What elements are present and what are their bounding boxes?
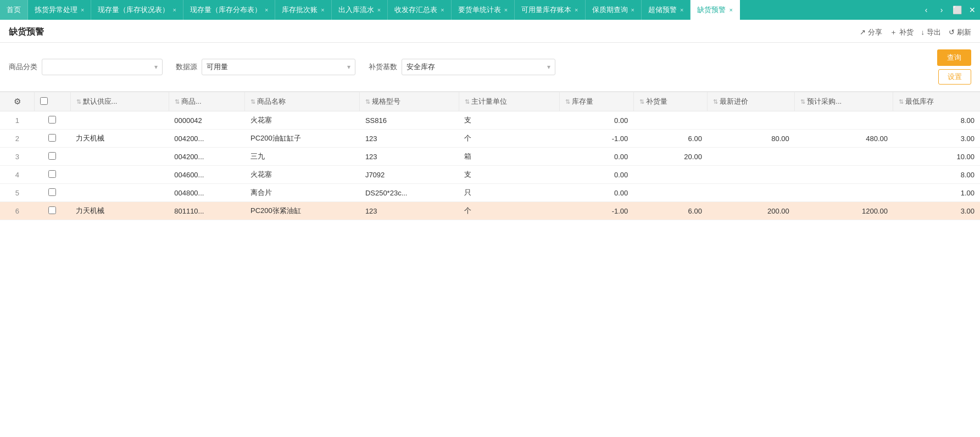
tab-label-10: 超储预警 xyxy=(648,5,677,15)
tab-label-5: 出入库流水 xyxy=(338,5,374,15)
row-checkbox-4[interactable] xyxy=(48,188,56,196)
col-header-unit[interactable]: ⇅主计量单位 xyxy=(459,92,559,111)
window-restore-btn[interactable]: ⬜ xyxy=(949,0,965,20)
product-code-cell-2: 004200... xyxy=(169,148,245,166)
supplier-cell-3 xyxy=(70,166,169,184)
row-checkbox-cell-0[interactable] xyxy=(35,111,70,130)
replenish-cell-4 xyxy=(633,184,708,202)
col-header-stock[interactable]: ⇅库存量 xyxy=(560,92,634,111)
col-header-product_code[interactable]: ⇅商品... xyxy=(169,92,245,111)
tab-close-icon-5[interactable]: × xyxy=(377,7,381,13)
tab-label-11: 缺货预警 xyxy=(697,5,726,15)
tab-close-icon-1[interactable]: × xyxy=(81,7,84,13)
row-checkbox-cell-1[interactable] xyxy=(35,130,70,148)
tab-label-3: 现存量（库存分布表） xyxy=(190,5,261,15)
col-header-gear: ⚙ xyxy=(0,92,35,111)
tab-item-8[interactable]: 可用量库存账本× xyxy=(515,0,585,20)
latest-price-cell-4 xyxy=(708,184,795,202)
tab-item-0[interactable]: 首页 xyxy=(0,0,28,20)
unit-cell-3: 支 xyxy=(459,166,559,184)
row-checkbox-5[interactable] xyxy=(48,206,56,214)
export-button[interactable]: ↓ 导出 xyxy=(921,27,942,37)
row-checkbox-3[interactable] xyxy=(48,170,56,178)
share-button[interactable]: ↗ 分享 xyxy=(860,27,882,37)
datasource-select[interactable]: 可用量 ▾ xyxy=(202,59,355,75)
col-header-latest_price[interactable]: ⇅最新进价 xyxy=(708,92,795,111)
stock-cell-0: 0.00 xyxy=(560,111,634,130)
select-all-checkbox[interactable] xyxy=(40,97,48,105)
tab-item-11[interactable]: 缺货预警× xyxy=(691,0,739,20)
row-checkbox-cell-2[interactable] xyxy=(35,148,70,166)
supplier-cell-1: 力天机械 xyxy=(70,130,169,148)
est-purchase-cell-0 xyxy=(795,111,893,130)
latest-price-cell-5: 200.00 xyxy=(708,202,795,220)
tab-item-5[interactable]: 出入库流水× xyxy=(332,0,388,20)
row-index-2: 3 xyxy=(0,148,35,166)
page-container: 缺货预警 ↗ 分享 ＋ 补货 ↓ 导出 ↺ 刷新 商品分类 xyxy=(0,20,980,437)
min-stock-cell-2: 10.00 xyxy=(893,148,980,166)
replenish-button[interactable]: ＋ 补货 xyxy=(890,27,914,37)
tab-item-2[interactable]: 现存量（库存状况表）× xyxy=(91,0,183,20)
query-button[interactable]: 查询 xyxy=(937,49,971,66)
supplier-cell-2 xyxy=(70,148,169,166)
table-row: 2力天机械004200...PC200油缸缸子123个-1.006.0080.0… xyxy=(0,130,980,148)
replenish-base-label: 补货基数 xyxy=(369,62,397,72)
col-header-min_stock[interactable]: ⇅最低库存 xyxy=(893,92,980,111)
tab-item-3[interactable]: 现存量（库存分布表）× xyxy=(183,0,275,20)
product-name-cell-3: 火花塞 xyxy=(245,166,360,184)
tab-label-1: 拣货异常处理 xyxy=(35,5,77,15)
filter-actions: 查询 设置 xyxy=(937,49,971,85)
table-row: 4004600...火花塞J7092支0.008.00 xyxy=(0,166,980,184)
replenish-base-select[interactable]: 安全库存 ▾ xyxy=(402,59,555,75)
product-code-cell-1: 004200... xyxy=(169,130,245,148)
category-label: 商品分类 xyxy=(9,62,37,72)
spec-cell-5: 123 xyxy=(360,202,459,220)
col-header-product_name[interactable]: ⇅商品名称 xyxy=(245,92,360,111)
row-checkbox-2[interactable] xyxy=(48,152,56,160)
tab-close-icon-4[interactable]: × xyxy=(321,7,324,13)
row-checkbox-cell-3[interactable] xyxy=(35,166,70,184)
tab-close-icon-2[interactable]: × xyxy=(172,7,176,13)
category-select[interactable]: ▾ xyxy=(42,59,163,75)
tab-item-4[interactable]: 库存批次账× xyxy=(275,0,331,20)
tab-item-9[interactable]: 保质期查询× xyxy=(586,0,642,20)
row-checkbox-cell-5[interactable] xyxy=(35,202,70,220)
row-checkbox-0[interactable] xyxy=(48,116,56,124)
column-settings-icon[interactable]: ⚙ xyxy=(5,97,29,107)
tab-label-7: 要货单统计表 xyxy=(458,5,501,15)
tab-close-icon-8[interactable]: × xyxy=(575,7,578,13)
col-header-supplier[interactable]: ⇅默认供应... xyxy=(70,92,169,111)
tab-item-10[interactable]: 超储预警× xyxy=(642,0,691,20)
col-header-replenish[interactable]: ⇅补货量 xyxy=(633,92,708,111)
table-row: 10000042火花塞SS816支0.008.00 xyxy=(0,111,980,130)
tab-close-icon-10[interactable]: × xyxy=(680,7,683,13)
replenish-cell-2: 20.00 xyxy=(633,148,708,166)
latest-price-cell-2 xyxy=(708,148,795,166)
page-header: 缺货预警 ↗ 分享 ＋ 补货 ↓ 导出 ↺ 刷新 xyxy=(0,20,980,43)
tab-item-1[interactable]: 拣货异常处理× xyxy=(28,0,91,20)
row-checkbox-1[interactable] xyxy=(48,134,56,142)
datasource-value: 可用量 xyxy=(207,62,228,72)
replenish-cell-0 xyxy=(633,111,708,130)
tab-close-icon-9[interactable]: × xyxy=(631,7,634,13)
refresh-button[interactable]: ↺ 刷新 xyxy=(949,27,971,37)
col-header-est_purchase[interactable]: ⇅预计采购... xyxy=(795,92,893,111)
col-header-spec[interactable]: ⇅规格型号 xyxy=(360,92,459,111)
product-code-cell-4: 004800... xyxy=(169,184,245,202)
tab-label-4: 库存批次账 xyxy=(282,5,318,15)
replenish-cell-5: 6.00 xyxy=(633,202,708,220)
tab-close-icon-6[interactable]: × xyxy=(441,7,444,13)
settings-button[interactable]: 设置 xyxy=(938,69,971,85)
tab-close-icon-11[interactable]: × xyxy=(729,7,732,13)
tab-item-7[interactable]: 要货单统计表× xyxy=(452,0,515,20)
spec-cell-4: DS250*23c... xyxy=(360,184,459,202)
tab-next-btn[interactable]: › xyxy=(934,0,949,20)
tab-item-6[interactable]: 收发存汇总表× xyxy=(388,0,451,20)
tab-close-icon-3[interactable]: × xyxy=(265,7,268,13)
window-close-btn[interactable]: ✕ xyxy=(965,0,980,20)
header-actions: ↗ 分享 ＋ 补货 ↓ 导出 ↺ 刷新 xyxy=(860,27,972,37)
tab-close-icon-7[interactable]: × xyxy=(504,7,508,13)
tab-prev-btn[interactable]: ‹ xyxy=(918,0,934,20)
replenish-icon: ＋ xyxy=(890,27,897,37)
row-checkbox-cell-4[interactable] xyxy=(35,184,70,202)
